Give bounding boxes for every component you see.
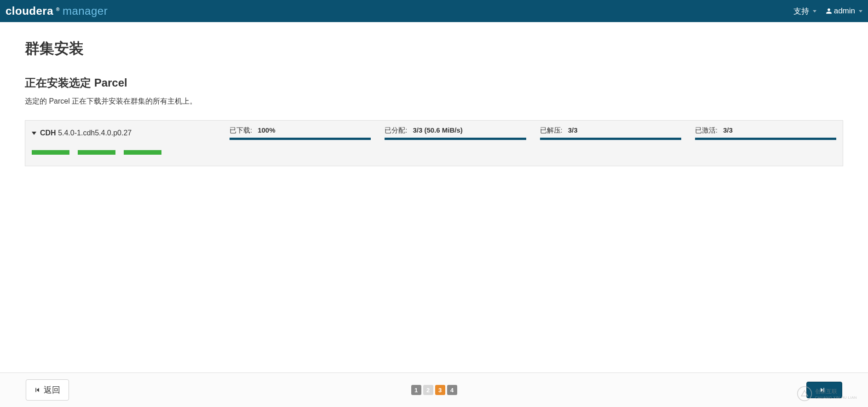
stage-value: 3/3 (50.6 MiB/s)	[413, 126, 462, 134]
stage-value: 3/3	[723, 126, 733, 134]
chevron-down-icon	[32, 132, 36, 135]
host-segment	[124, 150, 161, 155]
parcel-row: CDH 5.4.0-1.cdh5.4.0.p0.27 已下载: 100% 已分配…	[25, 121, 843, 147]
top-navbar: cloudera® manager 支持 admin	[0, 0, 868, 22]
stage-unpacked: 已解压: 3/3	[540, 126, 681, 140]
stage-label: 已分配:	[385, 126, 407, 135]
nav-right: 支持 admin	[793, 6, 862, 17]
stage-value: 100%	[258, 126, 275, 134]
stage-distributed: 已分配: 3/3 (50.6 MiB/s)	[385, 126, 526, 140]
user-icon	[826, 8, 832, 14]
stage-label: 已解压:	[540, 126, 563, 135]
host-row	[25, 147, 843, 166]
section-subheading: 正在安装选定 Parcel	[25, 76, 843, 90]
parcel-name-prefix: CDH	[40, 129, 56, 137]
progress-bar	[695, 138, 836, 140]
brand-cloudera: cloudera	[6, 5, 53, 17]
host-segment	[32, 150, 69, 155]
stage-downloaded: 已下载: 100%	[230, 126, 371, 140]
caret-down-icon	[813, 10, 816, 12]
stage-value: 3/3	[568, 126, 578, 134]
parcel-name-version: 5.4.0-1.cdh5.4.0.p0.27	[58, 129, 132, 137]
stage-activated: 已激活: 3/3	[695, 126, 836, 140]
support-menu[interactable]: 支持	[793, 6, 816, 17]
parcel-name: CDH 5.4.0-1.cdh5.4.0.p0.27	[40, 129, 132, 137]
user-menu[interactable]: admin	[826, 6, 862, 16]
main-container: 群集安装 正在安装选定 Parcel 选定的 Parcel 正在下载并安装在群集…	[0, 22, 868, 166]
progress-bar	[385, 138, 526, 140]
stage-label: 已激活:	[695, 126, 718, 135]
progress-bar	[540, 138, 681, 140]
support-label: 支持	[793, 6, 809, 17]
brand-manager: manager	[63, 5, 108, 17]
host-segment	[78, 150, 115, 155]
brand-trademark-icon: ®	[56, 7, 60, 12]
brand-logo[interactable]: cloudera® manager	[6, 5, 108, 17]
stage-label: 已下载:	[230, 126, 252, 135]
page-title: 群集安装	[25, 39, 843, 59]
progress-bar	[230, 138, 371, 140]
user-label: admin	[834, 6, 855, 16]
parcel-toggle[interactable]: CDH 5.4.0-1.cdh5.4.0.p0.27	[32, 129, 216, 137]
section-description: 选定的 Parcel 正在下载并安装在群集的所有主机上。	[25, 97, 843, 106]
parcel-panel: CDH 5.4.0-1.cdh5.4.0.p0.27 已下载: 100% 已分配…	[25, 120, 843, 166]
caret-down-icon	[859, 10, 862, 12]
